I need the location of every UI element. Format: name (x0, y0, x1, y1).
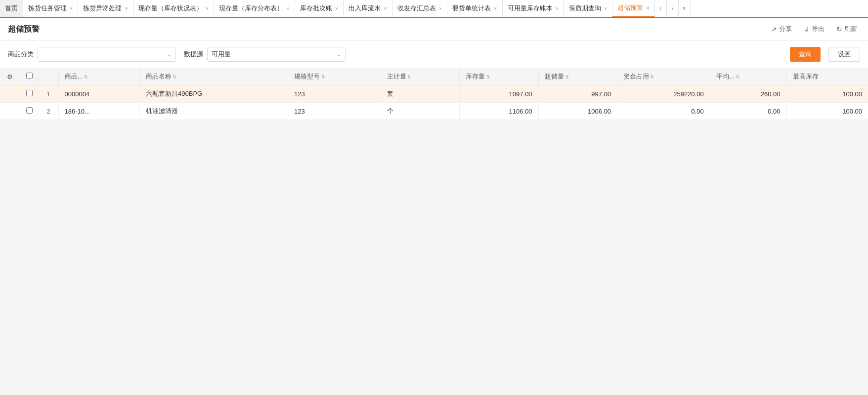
tab-close-icon-3[interactable]: × (286, 5, 289, 11)
share-icon: ➚ (771, 25, 777, 33)
row-spec-1: 123 (288, 103, 381, 120)
nav-tab-6[interactable]: 收发存汇总表× (392, 0, 447, 17)
col-over-stock[interactable]: 超储量⇅ (538, 68, 617, 85)
col-max-stock[interactable]: 最高库存 (786, 68, 868, 85)
refresh-icon: ↻ (836, 25, 842, 33)
col-capital[interactable]: 资金占用⇅ (617, 68, 710, 85)
tab-close-icon-0[interactable]: × (70, 5, 73, 11)
page-header: 超储预警 ➚ 分享 ⇓ 导出 ↻ 刷新 (0, 18, 868, 41)
col-unit[interactable]: 主计量⇅ (381, 68, 460, 85)
tab-close-icon-4[interactable]: × (335, 5, 338, 11)
chevron-down-icon-2: ⌄ (337, 51, 341, 58)
nav-tab-4[interactable]: 库存批次账× (295, 0, 344, 17)
row-over-stock-0: 997.00 (538, 85, 617, 103)
table-row: 10000004六配套新昌490BPG123套1097.00997.002592… (0, 85, 868, 103)
nav-more-arrow[interactable]: × (679, 0, 691, 17)
filter-category-group: 商品分类 ⌄ (8, 47, 176, 62)
row-max-stock-0: 100.00 (786, 85, 868, 103)
row-index-0: 1 (39, 85, 58, 103)
tab-close-icon-10[interactable]: × (646, 5, 649, 11)
share-button[interactable]: ➚ 分享 (768, 23, 795, 36)
row-checkbox-0[interactable] (26, 90, 33, 96)
row-max-stock-1: 100.00 (786, 103, 868, 120)
data-table: ⚙ 商品...⇅ 商品名称⇅ 规格型号⇅ 主计量⇅ 库存量⇅ 超储量⇅ 资金占用… (0, 68, 868, 120)
tab-close-icon-5[interactable]: × (384, 5, 387, 11)
row-unit-0: 套 (381, 85, 460, 103)
filter-datasource-group: 数据源 可用量 ⌄ (184, 47, 346, 62)
row-over-stock-1: 1006.00 (538, 103, 617, 120)
nav-prev-arrow[interactable]: ‹ (655, 0, 667, 17)
select-all-checkbox[interactable] (26, 73, 33, 79)
category-label: 商品分类 (8, 50, 34, 59)
nav-bar: 首页 拣货任务管理×拣货异常处理×现存量（库存状况表）×现存量（库存分布表）×库… (0, 0, 868, 18)
row-check-1[interactable] (20, 103, 39, 120)
row-product-code-0: 0000004 (58, 85, 140, 103)
nav-tab-0[interactable]: 拣货任务管理× (23, 0, 78, 17)
col-spec[interactable]: 规格型号⇅ (288, 68, 381, 85)
nav-tab-7[interactable]: 要货单统计表× (447, 0, 502, 17)
tab-close-icon-8[interactable]: × (556, 5, 559, 11)
tab-close-icon-2[interactable]: × (206, 5, 209, 11)
page-title: 超储预警 (8, 24, 40, 35)
nav-tab-5[interactable]: 出入库流水× (344, 0, 392, 17)
row-product-code-1: 186-10... (58, 103, 140, 120)
col-index (39, 68, 58, 85)
table-body: 10000004六配套新昌490BPG123套1097.00997.002592… (0, 85, 868, 120)
row-avg-1: 0.00 (710, 103, 786, 120)
row-unit-1: 个 (381, 103, 460, 120)
nav-tab-8[interactable]: 可用量库存账本× (503, 0, 564, 17)
category-select[interactable]: ⌄ (38, 47, 176, 62)
header-actions: ➚ 分享 ⇓ 导出 ↻ 刷新 (768, 23, 860, 36)
col-product-code[interactable]: 商品...⇅ (58, 68, 140, 85)
col-gear[interactable]: ⚙ (0, 68, 20, 85)
row-product-name-1: 机油滤清器 (140, 103, 288, 120)
nav-next-arrow[interactable]: › (667, 0, 679, 17)
query-button[interactable]: 查询 (790, 47, 821, 62)
filter-row: 商品分类 ⌄ 数据源 可用量 ⌄ 查询 设置 (0, 41, 868, 68)
export-button[interactable]: ⇓ 导出 (801, 23, 827, 36)
datasource-value: 可用量 (212, 50, 231, 59)
nav-tab-9[interactable]: 保质期查询× (564, 0, 612, 17)
nav-tab-10[interactable]: 超储预警× (612, 0, 654, 17)
row-checkbox-1[interactable] (26, 107, 33, 114)
row-avg-0: 260.00 (710, 85, 786, 103)
tab-close-icon-7[interactable]: × (494, 5, 497, 11)
table-row: 2186-10...机油滤清器123个1106.001006.000.000.0… (0, 103, 868, 120)
chevron-down-icon: ⌄ (167, 51, 172, 58)
row-gear-0 (0, 85, 20, 103)
row-check-0[interactable] (20, 85, 39, 103)
table-header: ⚙ 商品...⇅ 商品名称⇅ 规格型号⇅ 主计量⇅ 库存量⇅ 超储量⇅ 资金占用… (0, 68, 868, 85)
col-avg[interactable]: 平均...⇅ (710, 68, 786, 85)
tab-close-icon-9[interactable]: × (604, 5, 607, 11)
col-stock[interactable]: 库存量⇅ (460, 68, 539, 85)
nav-home[interactable]: 首页 (0, 0, 23, 17)
nav-tab-3[interactable]: 现存量（库存分布表）× (214, 0, 295, 17)
tab-close-icon-6[interactable]: × (439, 5, 442, 11)
export-icon: ⇓ (804, 25, 810, 33)
tab-close-icon-1[interactable]: × (125, 5, 128, 11)
col-product-name[interactable]: 商品名称⇅ (140, 68, 288, 85)
row-stock-0: 1097.00 (460, 85, 539, 103)
datasource-label: 数据源 (184, 50, 203, 59)
datasource-select[interactable]: 可用量 ⌄ (207, 47, 346, 62)
row-stock-1: 1106.00 (460, 103, 539, 120)
row-gear-1 (0, 103, 20, 120)
nav-tab-2[interactable]: 现存量（库存状况表）× (133, 0, 214, 17)
col-check (20, 68, 39, 85)
row-index-1: 2 (39, 103, 58, 120)
row-spec-0: 123 (288, 85, 381, 103)
row-product-name-0: 六配套新昌490BPG (140, 85, 288, 103)
settings-button[interactable]: 设置 (828, 47, 860, 62)
table-container: ⚙ 商品...⇅ 商品名称⇅ 规格型号⇅ 主计量⇅ 库存量⇅ 超储量⇅ 资金占用… (0, 68, 868, 120)
nav-tab-1[interactable]: 拣货异常处理× (78, 0, 133, 17)
row-capital-0: 259220.00 (617, 85, 710, 103)
nav-tabs-list: 拣货任务管理×拣货异常处理×现存量（库存状况表）×现存量（库存分布表）×库存批次… (23, 0, 655, 17)
refresh-button[interactable]: ↻ 刷新 (833, 23, 860, 36)
row-capital-1: 0.00 (617, 103, 710, 120)
